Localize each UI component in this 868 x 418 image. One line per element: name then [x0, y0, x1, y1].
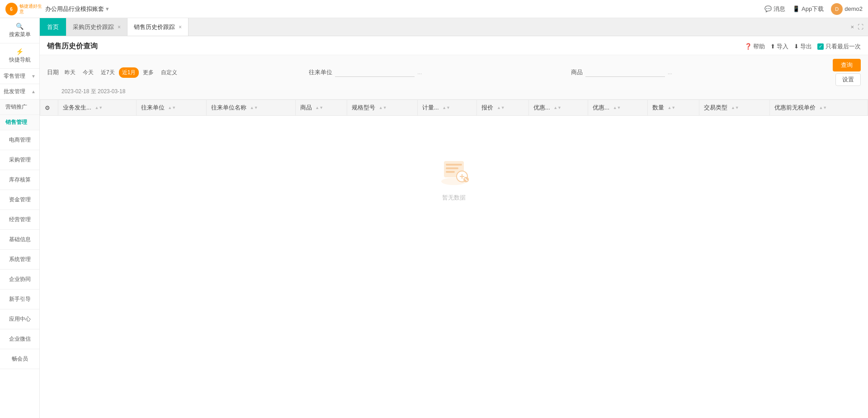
sidebar-label-wechat: 企业微信	[9, 335, 31, 343]
sidebar-label-enterprise: 企业协同	[9, 276, 31, 283]
export-btn[interactable]: ⬇ 导出	[794, 43, 812, 51]
sort-partner-code-icon[interactable]: ▲▼	[168, 106, 176, 110]
filter-row-1: 日期 昨天 今天 近7天 近1月 更多 自定义 往来单位	[47, 59, 861, 86]
sidebar-item-basic[interactable]: 基础信息	[0, 230, 39, 250]
sidebar-item-purchase[interactable]: 采购管理	[0, 150, 39, 170]
close-window-icon[interactable]: ×	[850, 24, 854, 30]
sort-discount1-icon[interactable]: ▲▼	[553, 106, 561, 110]
sort-biz-date-icon[interactable]: ▲▼	[94, 106, 103, 110]
query-button[interactable]: 查询	[833, 59, 861, 71]
product-input[interactable]	[585, 68, 665, 77]
help-btn[interactable]: ❓ 帮助	[745, 43, 765, 51]
sort-quantity-icon[interactable]: ▲▼	[667, 106, 675, 110]
sidebar-sub-marketing[interactable]: 营销推广	[0, 100, 39, 115]
sort-trade-type-icon[interactable]: ▲▼	[731, 106, 739, 110]
svg-rect-4	[446, 164, 462, 166]
sidebar-item-retail[interactable]: 零售管理 ▼	[0, 69, 39, 84]
sidebar-item-operations[interactable]: 经营管理	[0, 210, 39, 230]
date-btn-custom[interactable]: 自定义	[158, 67, 180, 78]
help-label: 帮助	[753, 43, 765, 51]
date-range-text: 2023-02-18 至 2023-03-18	[61, 88, 125, 95]
sidebar-label-system: 系统管理	[9, 256, 31, 263]
sidebar-label-finance: 资金管理	[9, 196, 31, 204]
date-label: 日期	[47, 68, 59, 76]
sidebar-label-wholesale: 批发管理	[4, 88, 25, 95]
sidebar: 🔍 搜索菜单 ⚡ 快捷导航 零售管理 ▼ 批发管理 ▲ 营销推广 销售管理 电商…	[0, 18, 40, 418]
sidebar-label-operations: 经营管理	[9, 216, 31, 223]
only-last-checkbox[interactable]: ✓ 只看最后一次	[817, 43, 861, 51]
partner-filter-section: 往来单位 ...	[309, 68, 565, 77]
page-actions: ❓ 帮助 ⬆ 导入 ⬇ 导出 ✓ 只看最后一次	[745, 43, 861, 51]
sidebar-item-enterprise[interactable]: 企业协同	[0, 270, 39, 290]
sidebar-item-ecommerce[interactable]: 电商管理	[0, 130, 39, 150]
col-product: 商品 ▲▼	[295, 100, 347, 116]
sort-product-icon[interactable]: ▲▼	[315, 106, 323, 110]
sidebar-label-basic: 基础信息	[9, 236, 31, 243]
col-partner-code: 往来单位 ▲▼	[136, 100, 207, 116]
content-area: 首页 采购历史价跟踪 × 销售历史价跟踪 × × ⛶ 销售历史价查询	[40, 18, 868, 418]
retail-arrow-icon: ▼	[31, 74, 36, 79]
user-area[interactable]: D demo2	[831, 3, 863, 15]
sidebar-item-shortcut[interactable]: ⚡ 快捷导航	[0, 43, 39, 69]
tab-sales-close-icon[interactable]: ×	[179, 24, 182, 30]
tab-purchase[interactable]: 采购历史价跟踪 ×	[66, 18, 127, 36]
date-btn-1month[interactable]: 近1月	[119, 67, 139, 78]
main-layout: 🔍 搜索菜单 ⚡ 快捷导航 零售管理 ▼ 批发管理 ▲ 营销推广 销售管理 电商…	[0, 18, 868, 418]
sidebar-item-search[interactable]: 🔍 搜索菜单	[0, 18, 39, 43]
col-quantity: 数量 ▲▼	[647, 100, 699, 116]
sidebar-item-guide[interactable]: 新手引导	[0, 290, 39, 309]
sidebar-item-apps[interactable]: 应用中心	[0, 309, 39, 329]
checkbox-icon: ✓	[817, 43, 824, 50]
sidebar-item-wholesale[interactable]: 批发管理 ▲	[0, 84, 39, 100]
settings-gear-icon[interactable]: ⚙	[45, 104, 50, 111]
sidebar-item-system[interactable]: 系统管理	[0, 250, 39, 270]
sort-spec-icon[interactable]: ▲▼	[379, 106, 387, 110]
home-tab-label: 首页	[47, 23, 59, 31]
table-header-row: ⚙ 业务发生... ▲▼ 往来单位 ▲▼ 往来单位名称	[40, 100, 868, 116]
date-btn-today[interactable]: 今天	[80, 67, 97, 78]
tab-purchase-close-icon[interactable]: ×	[118, 24, 121, 30]
workspace-label: 办公用品行业模拟账套	[45, 5, 104, 13]
settings-button[interactable]: 设置	[835, 73, 861, 86]
wholesale-arrow-icon: ▲	[31, 89, 36, 94]
sidebar-sub-sales-mgmt[interactable]: 销售管理	[0, 115, 39, 130]
tab-sales[interactable]: 销售历史价跟踪 ×	[127, 18, 189, 36]
shortcut-icon: ⚡	[16, 48, 24, 55]
sidebar-item-wechat[interactable]: 企业微信	[0, 329, 39, 349]
message-icon: 💬	[764, 5, 772, 12]
sidebar-label-ecommerce: 电商管理	[9, 136, 31, 144]
sort-partner-name-icon[interactable]: ▲▼	[250, 106, 258, 110]
import-btn[interactable]: ⬆ 导入	[770, 43, 788, 51]
date-btn-more[interactable]: 更多	[140, 67, 157, 78]
fullscreen-icon[interactable]: ⛶	[858, 24, 863, 30]
sort-unit-icon[interactable]: ▲▼	[442, 106, 450, 110]
sidebar-label-purchase: 采购管理	[9, 156, 31, 164]
sidebar-item-finance[interactable]: 资金管理	[0, 190, 39, 210]
username-label: demo2	[844, 5, 863, 12]
sidebar-label-apps: 应用中心	[9, 315, 31, 323]
tab-purchase-label: 采购历史价跟踪	[73, 23, 114, 31]
col-pre-tax-price: 优惠前无税单价 ▲▼	[769, 100, 868, 116]
sort-quote-icon[interactable]: ▲▼	[497, 106, 505, 110]
tab-home[interactable]: 首页	[40, 18, 66, 36]
partner-input[interactable]	[335, 68, 415, 77]
app-download-btn[interactable]: 📱 App下载	[793, 5, 824, 13]
date-btn-yesterday[interactable]: 昨天	[61, 67, 79, 78]
message-btn[interactable]: 💬 消息	[764, 5, 785, 13]
workspace-selector[interactable]: 办公用品行业模拟账套 ▾	[45, 5, 764, 13]
sort-pre-tax-price-icon[interactable]: ▲▼	[819, 106, 827, 110]
sidebar-label-search: 搜索菜单	[9, 31, 31, 38]
date-buttons: 昨天 今天 近7天 近1月 更多 自定义	[61, 67, 180, 78]
sidebar-label-shortcut: 快捷导航	[9, 56, 31, 64]
product-label: 商品	[571, 68, 583, 76]
sidebar-item-inventory[interactable]: 库存核算	[0, 170, 39, 190]
export-icon: ⬇	[794, 43, 799, 50]
app-download-label: App下载	[802, 5, 824, 13]
date-btn-7days[interactable]: 近7天	[98, 67, 118, 78]
sidebar-item-member[interactable]: 畅会员	[0, 349, 39, 369]
sidebar-label-guide: 新手引导	[9, 295, 31, 303]
sort-discount2-icon[interactable]: ▲▼	[613, 106, 621, 110]
help-icon: ❓	[745, 43, 752, 50]
search-icon: 🔍	[16, 23, 24, 30]
app-download-icon: 📱	[793, 5, 800, 12]
